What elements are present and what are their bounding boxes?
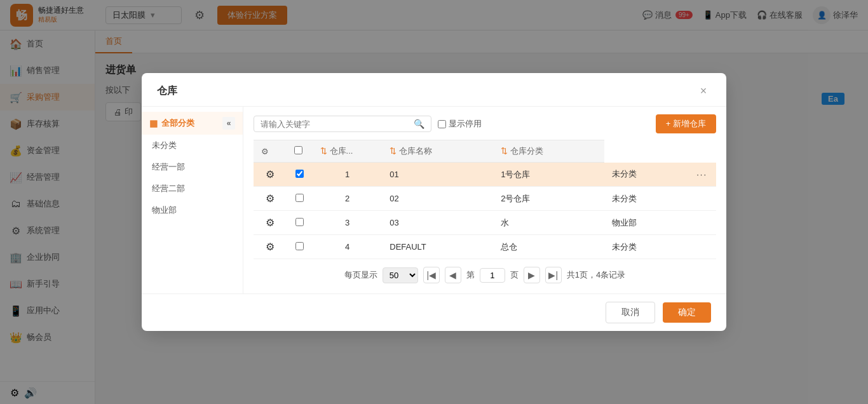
table-header-row: ⚙ ⇅ 仓库... ⇅ 仓库名称: [254, 140, 716, 163]
cancel-button[interactable]: 取消: [606, 302, 655, 323]
row-name-0: 1号仓库: [493, 163, 604, 187]
category-all-grid-icon: ▦: [149, 118, 158, 128]
category-all-label: 全部分类: [161, 118, 194, 129]
row-check-1: [287, 187, 312, 211]
row-checkbox-0[interactable]: [295, 170, 304, 178]
warehouse-tbody: ⚙ 1 01 1号仓库 未分类 ··· ⚙ 2 02 2号仓库 未分类 ⚙ 3: [254, 163, 716, 259]
row-name-2: 水: [493, 211, 604, 235]
sort-icon-cat: ⇅: [501, 146, 508, 156]
show-disabled-checkbox[interactable]: [438, 120, 446, 128]
page-last-btn[interactable]: ▶|: [545, 267, 562, 283]
pagination: 每页显示 50 10 20 100 |◀ ◀ 第 页 ▶ ▶| 共1页，4条记录: [254, 259, 716, 286]
search-input-wrap: 🔍: [254, 116, 431, 132]
row-more-1[interactable]: [688, 187, 716, 211]
row-more-2[interactable]: [688, 211, 716, 235]
table-row[interactable]: ⚙ 4 DEFAULT 总仓 未分类: [254, 235, 716, 259]
row-index-0: 1: [313, 163, 382, 187]
page-label: 第: [466, 269, 475, 281]
modal-title: 仓库: [157, 84, 177, 98]
table-toolbar: 🔍 显示停用 + 新增仓库: [254, 114, 716, 133]
warehouse-table: ⚙ ⇅ 仓库... ⇅ 仓库名称: [254, 140, 716, 259]
page-input[interactable]: [480, 268, 505, 283]
table-panel: 🔍 显示停用 + 新增仓库 ⚙: [243, 107, 726, 293]
row-category-0: 未分类: [604, 163, 688, 187]
total-label: 共1页，4条记录: [567, 269, 625, 281]
row-settings-3[interactable]: ⚙: [254, 235, 287, 259]
category-panel: ▦ 全部分类 « 未分类 经营一部 经营二部 物业部: [142, 107, 243, 293]
th-name: ⇅ 仓库名称: [382, 140, 493, 163]
page-next-btn[interactable]: ▶: [524, 267, 540, 283]
modal-header: 仓库 ×: [142, 73, 726, 107]
row-more-0[interactable]: ···: [688, 163, 716, 187]
th-check: [287, 140, 312, 163]
category-unclassified[interactable]: 未分类: [142, 135, 243, 156]
modal-footer: 取消 确定: [142, 293, 726, 331]
category-dept2[interactable]: 经营二部: [142, 178, 243, 199]
modal-body: ▦ 全部分类 « 未分类 经营一部 经营二部 物业部 🔍: [142, 107, 726, 293]
collapse-btn[interactable]: «: [222, 117, 235, 130]
row-index-2: 3: [313, 211, 382, 235]
th-code: ⇅ 仓库...: [313, 140, 382, 163]
row-code-1: 02: [382, 187, 493, 211]
page-suffix: 页: [510, 269, 519, 281]
row-checkbox-3[interactable]: [295, 242, 304, 250]
select-all-checkbox[interactable]: [294, 146, 302, 154]
row-code-0: 01: [382, 163, 493, 187]
row-name-1: 2号仓库: [493, 187, 604, 211]
row-settings-2[interactable]: ⚙: [254, 211, 287, 235]
row-checkbox-1[interactable]: [295, 194, 304, 202]
show-disabled-text: 显示停用: [449, 118, 482, 130]
row-check-0: [287, 163, 312, 187]
search-input[interactable]: [261, 119, 414, 129]
row-check-3: [287, 235, 312, 259]
table-head: ⚙ ⇅ 仓库... ⇅ 仓库名称: [254, 140, 716, 163]
table-row[interactable]: ⚙ 2 02 2号仓库 未分类: [254, 187, 716, 211]
row-check-2: [287, 211, 312, 235]
row-code-2: 03: [382, 211, 493, 235]
sort-icon-code: ⇅: [320, 146, 327, 156]
row-more-3[interactable]: [688, 235, 716, 259]
warehouse-modal: 仓库 × ▦ 全部分类 « 未分类 经营一部 经营二部 物业部: [142, 73, 726, 331]
modal-overlay: 仓库 × ▦ 全部分类 « 未分类 经营一部 经营二部 物业部: [0, 0, 868, 404]
search-icon[interactable]: 🔍: [414, 119, 424, 129]
col-settings-icon: ⚙: [261, 147, 269, 156]
category-all-item[interactable]: ▦ 全部分类 «: [142, 112, 243, 135]
per-page-select[interactable]: 50 10 20 100: [383, 267, 418, 283]
table-row[interactable]: ⚙ 3 03 水 物业部: [254, 211, 716, 235]
row-category-2: 物业部: [604, 211, 688, 235]
page-prev-btn[interactable]: ◀: [445, 267, 461, 283]
add-warehouse-btn[interactable]: + 新增仓库: [656, 114, 716, 133]
row-settings-0[interactable]: ⚙: [254, 163, 287, 187]
page-first-btn[interactable]: |◀: [423, 267, 440, 283]
per-page-label: 每页显示: [344, 269, 377, 281]
sort-icon-name: ⇅: [390, 146, 397, 156]
row-checkbox-2[interactable]: [295, 218, 304, 226]
category-dept1[interactable]: 经营一部: [142, 156, 243, 178]
row-settings-1[interactable]: ⚙: [254, 187, 287, 211]
table-row[interactable]: ⚙ 1 01 1号仓库 未分类 ···: [254, 163, 716, 187]
row-code-3: DEFAULT: [382, 235, 493, 259]
confirm-button[interactable]: 确定: [663, 302, 711, 323]
modal-close-btn[interactable]: ×: [696, 83, 711, 98]
th-category: ⇅ 仓库分类: [493, 140, 604, 163]
row-category-3: 未分类: [604, 235, 688, 259]
row-index-3: 4: [313, 235, 382, 259]
row-name-3: 总仓: [493, 235, 604, 259]
category-property[interactable]: 物业部: [142, 199, 243, 221]
show-disabled-label[interactable]: 显示停用: [438, 118, 482, 130]
row-category-1: 未分类: [604, 187, 688, 211]
row-index-1: 2: [313, 187, 382, 211]
th-settings: ⚙: [254, 140, 287, 163]
